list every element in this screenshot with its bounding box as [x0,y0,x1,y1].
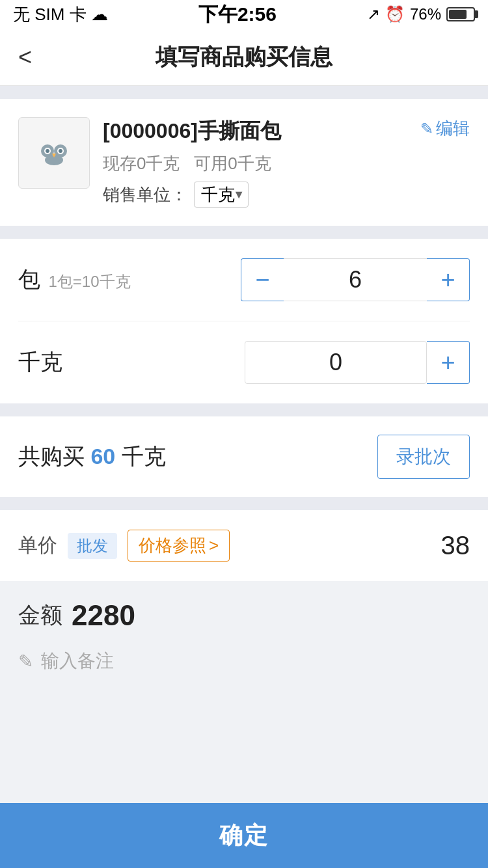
kilogram-qty-control: + [245,341,470,384]
section-divider-3 [0,403,488,416]
remark-row[interactable]: ✎ 输入备注 [18,638,470,693]
page-title: 填写商品购买信息 [156,42,332,72]
remark-placeholder: 输入备注 [41,649,114,673]
product-name: [0000006]手撕面包 [103,117,281,146]
unit-select-wrap[interactable]: 千克 包 件 [194,182,249,208]
package-sublabel: 1包=10千克 [48,273,130,290]
pencil-icon: ✎ [18,651,33,672]
kilogram-qty-input[interactable] [245,341,427,384]
product-thumbnail [18,117,90,189]
status-bar: 无 SIM 卡 ☁ 下午2:56 ↗ ⏰ 76% [0,0,488,29]
package-label-group: 包 1包=10千克 [18,265,131,295]
summary-quantity: 60 [90,444,115,468]
price-badge: 批发 [68,533,117,559]
package-increment-button[interactable]: + [427,258,470,301]
kilogram-increment-button[interactable]: + [427,341,470,384]
price-ref-button[interactable]: 价格参照 > [128,530,230,562]
owl-logo [34,137,74,169]
price-ref-label: 价格参照 [139,534,206,557]
svg-point-4 [46,149,49,153]
price-section: 单价 批发 价格参照 > 38 [0,510,488,581]
package-row: 包 1包=10千克 − + [18,239,470,321]
amount-section: 金额 2280 ✎ 输入备注 [0,581,488,693]
product-card: [0000006]手撕面包 ✎ 编辑 现存0千克 可用0千克 销售单位： 千克 … [0,99,488,226]
status-right: ↗ ⏰ 76% [367,5,475,23]
amount-value: 2280 [72,599,135,632]
package-qty-control: − + [241,258,470,301]
price-value: 38 [441,531,470,560]
svg-point-5 [59,149,62,153]
batch-button[interactable]: 录批次 [377,435,470,479]
input-section: 包 1包=10千克 − + 千克 + [0,239,488,403]
section-divider-2 [0,226,488,239]
battery-icon [446,7,475,21]
summary-text: 共购买 60 千克 [18,442,166,472]
alarm-icon: ⏰ [385,5,405,23]
product-stock: 现存0千克 可用0千克 [103,152,470,175]
summary-section: 共购买 60 千克 录批次 [0,416,488,497]
product-header: [0000006]手撕面包 ✎ 编辑 [103,117,470,146]
package-decrement-button[interactable]: − [241,258,284,301]
section-divider-top [0,86,488,99]
amount-label: 金额 [18,601,62,631]
spacer [0,693,488,803]
sim-status: 无 SIM 卡 ☁ [13,3,108,26]
amount-row: 金额 2280 [18,599,470,638]
location-icon: ↗ [367,5,380,23]
price-label: 单价 [18,532,57,559]
unit-select[interactable]: 千克 包 件 [194,182,249,208]
nav-bar: < 填写商品购买信息 [0,29,488,86]
kilogram-row: 千克 + [18,321,470,403]
back-button[interactable]: < [18,44,32,71]
section-divider-4 [0,497,488,510]
edit-icon: ✎ [420,120,433,138]
package-qty-input[interactable] [284,258,427,301]
price-ref-arrow: > [209,536,219,556]
product-unit-row: 销售单位： 千克 包 件 [103,182,470,208]
battery-text: 76% [410,5,441,23]
package-label: 包 [18,267,40,292]
status-left: 无 SIM 卡 ☁ [13,3,108,26]
product-info: [0000006]手撕面包 ✎ 编辑 现存0千克 可用0千克 销售单位： 千克 … [103,117,470,208]
status-time: 下午2:56 [198,1,277,28]
kilogram-label: 千克 [18,347,62,377]
confirm-button[interactable]: 确定 [0,803,488,868]
edit-button[interactable]: ✎ 编辑 [420,117,470,140]
